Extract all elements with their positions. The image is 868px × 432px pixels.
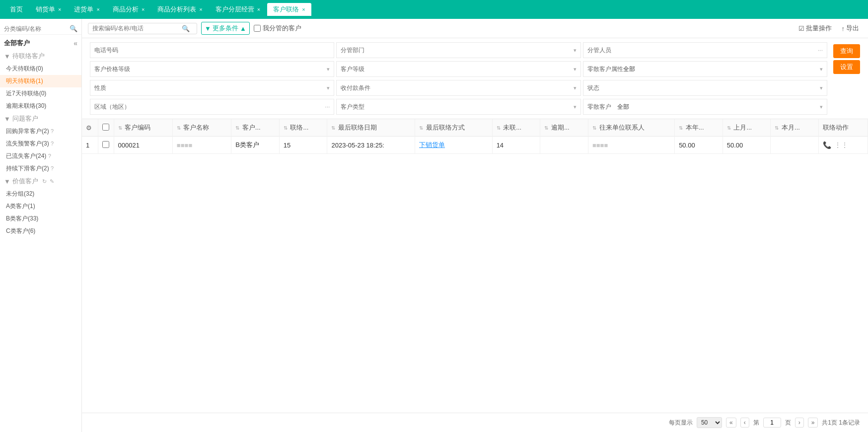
dept-select[interactable]: ▾ xyxy=(370,47,576,54)
nav-customer-contact[interactable]: 客户联络 × xyxy=(267,3,311,16)
th-this-month: ⇅ 本月... xyxy=(771,119,819,137)
th-checkbox xyxy=(98,119,114,137)
td-customer-code: 000021 xyxy=(114,137,172,154)
nav-purchase[interactable]: 进货单 × xyxy=(68,3,105,16)
sort-icon-no-contact: ⇅ xyxy=(497,125,501,131)
sidebar-group-value: ▼ 价值客户 ↻ ✎ xyxy=(0,175,81,188)
customer-type-select[interactable]: ▾ xyxy=(370,104,576,110)
customer-type-chevron-icon: ▾ xyxy=(574,104,577,110)
close-analysis-icon[interactable]: × xyxy=(142,6,145,12)
sidebar-item-churn-warning[interactable]: 流失预警客户(3) ? xyxy=(0,138,81,150)
th-last-contact-method: ⇅ 最后联络方式 xyxy=(415,119,493,137)
nav-home[interactable]: 首页 xyxy=(4,3,29,16)
th-settings[interactable]: ⚙ xyxy=(82,119,98,137)
status-select[interactable]: ▾ xyxy=(617,85,823,91)
sort-icon-contact: ⇅ xyxy=(284,125,288,131)
filter-person: 分管人员 ··· xyxy=(583,42,827,58)
sidebar-item-today-pending[interactable]: 今天待联络(0) xyxy=(0,63,81,75)
close-purchase-icon[interactable]: × xyxy=(96,6,99,12)
settings-button[interactable]: 设置 xyxy=(833,60,860,74)
nav-customer-layer[interactable]: 客户分层经营 × xyxy=(210,3,266,16)
total-label: 共1页 1条记录 xyxy=(822,419,860,427)
query-button[interactable]: 查询 xyxy=(833,44,860,58)
sort-icon-this-month: ⇅ xyxy=(775,125,779,131)
contact-method-link[interactable]: 下销货单 xyxy=(419,141,445,148)
th-customer-name: ⇅ 客户名称 xyxy=(172,119,231,137)
sort-icon-company: ⇅ xyxy=(592,125,596,131)
th-contact-count: ⇅ 联络... xyxy=(279,119,327,137)
next-page-btn[interactable]: › xyxy=(795,418,804,428)
page-input[interactable] xyxy=(763,418,781,428)
sidebar-item-churned[interactable]: 已流失客户(24) ? xyxy=(0,150,81,162)
first-page-btn[interactable]: « xyxy=(726,418,736,428)
sidebar-item-ungrouped[interactable]: 未分组(32) xyxy=(0,188,81,200)
sidebar-item-tomorrow-pending[interactable]: 明天待联络(1) xyxy=(0,75,81,87)
top-nav: 首页 销货单 × 进货单 × 商品分析 × 商品分析列表 × 客户分层经营 × … xyxy=(0,0,868,19)
filter-payment: 收付款条件 ▾ xyxy=(336,80,580,96)
search-input-wrap: 🔍 xyxy=(88,23,197,34)
filter-row-4: 区域（地区） ··· 客户类型 ▾ 零散客户 xyxy=(90,99,827,115)
sort-icon-name: ⇅ xyxy=(177,125,181,131)
retail-attr-select[interactable]: 全部 ▾ xyxy=(623,65,823,73)
phone-input[interactable] xyxy=(124,47,330,54)
bulk-action-btn[interactable]: ☑ 批量操作 xyxy=(796,22,835,34)
sidebar-item-repurchase-abnormal[interactable]: 回购异常客户(2) ? xyxy=(0,125,81,138)
chevron-up-icon: ▲ xyxy=(240,25,246,32)
close-customer-layer-icon[interactable]: × xyxy=(257,6,260,12)
filter-panel: 电话号码 分管部门 ▾ 分管人员 xyxy=(82,38,868,119)
sort-icon-date: ⇅ xyxy=(331,125,335,131)
filter-row-1: 电话号码 分管部门 ▾ 分管人员 xyxy=(90,42,827,58)
td-last-contact-method[interactable]: 下销货单 xyxy=(415,137,493,154)
search-icon[interactable]: 🔍 xyxy=(182,25,190,32)
search-input[interactable] xyxy=(92,25,182,32)
td-this-year: 50.00 xyxy=(675,137,723,154)
customer-level-select[interactable]: ▾ xyxy=(370,66,576,72)
nav-analysis[interactable]: 商品分析 × xyxy=(107,3,150,16)
refresh-icon[interactable]: ↻ xyxy=(42,178,47,185)
sidebar-item-overdue[interactable]: 逾期未联络(30) xyxy=(0,100,81,112)
sidebar-search-icon[interactable]: 🔍 xyxy=(70,25,77,32)
th-overdue: ⇅ 逾期... xyxy=(540,119,588,137)
sidebar-item-week-pending[interactable]: 近7天待联络(0) xyxy=(0,87,81,100)
price-level-select[interactable]: ▾ xyxy=(130,66,330,72)
main-layout: 🔍 全部客户 « ▼ 待联络客户 今天待联络(0) 明天待联络(1) 近7天待联… xyxy=(0,19,868,432)
export-btn[interactable]: ↑ 导出 xyxy=(839,22,863,34)
my-customers-checkbox[interactable] xyxy=(254,25,261,32)
sidebar-group-pending: ▼ 待联络客户 xyxy=(0,50,81,63)
close-sales-icon[interactable]: × xyxy=(58,6,61,12)
sidebar-search-input[interactable] xyxy=(4,25,70,32)
sidebar-item-class-a[interactable]: A类客户(1) xyxy=(0,200,81,213)
table-row: 1 000021 ■■■■ B类客户 15 2023-05-23 18:25: … xyxy=(82,137,868,154)
sort-icon-code: ⇅ xyxy=(118,125,122,131)
sidebar-item-declining[interactable]: 持续下滑客户(2) ? xyxy=(0,162,81,175)
last-page-btn[interactable]: » xyxy=(808,418,818,428)
close-customer-contact-icon[interactable]: × xyxy=(302,6,305,12)
nav-sales[interactable]: 销货单 × xyxy=(30,3,67,16)
all-customers-title[interactable]: 全部客户 « xyxy=(0,37,81,50)
close-analysis-list-icon[interactable]: × xyxy=(199,6,202,12)
settings-col-icon[interactable]: ⚙ xyxy=(86,124,92,132)
call-icon[interactable]: 📞 xyxy=(823,141,831,149)
row-checkbox[interactable] xyxy=(102,141,109,148)
more-action-icon[interactable]: ⋮⋮ xyxy=(834,141,848,149)
retail-customer-select[interactable]: 全部 ▾ xyxy=(617,103,823,111)
person-dots[interactable]: ··· xyxy=(818,47,823,54)
select-all-checkbox[interactable] xyxy=(102,124,109,131)
price-level-chevron-icon: ▾ xyxy=(327,66,330,72)
filter-more-btn[interactable]: ▼ 更多条件 ▲ xyxy=(201,22,250,35)
region-dots[interactable]: ··· xyxy=(325,103,330,110)
prev-page-btn[interactable]: ‹ xyxy=(740,418,749,428)
page-size-select[interactable]: 50 100 200 xyxy=(697,417,722,428)
sidebar-item-class-c[interactable]: C类客户(6) xyxy=(0,225,81,237)
nav-analysis-list[interactable]: 商品分析列表 × xyxy=(151,3,208,16)
filter-region: 区域（地区） ··· xyxy=(90,99,334,115)
customer-table: ⚙ ⇅ 客户编码 ⇅ 客户名称 xyxy=(82,119,868,154)
sidebar-item-class-b[interactable]: B类客户(33) xyxy=(0,213,81,225)
td-this-month xyxy=(771,137,819,154)
my-customers-toggle[interactable]: 我分管的客户 xyxy=(254,24,301,33)
payment-select[interactable]: ▾ xyxy=(370,85,576,91)
nature-select[interactable]: ▾ xyxy=(124,85,330,91)
edit-icon[interactable]: ✎ xyxy=(50,178,54,185)
sort-icon-overdue: ⇅ xyxy=(544,125,548,131)
th-action: 联络动作 xyxy=(819,119,868,137)
